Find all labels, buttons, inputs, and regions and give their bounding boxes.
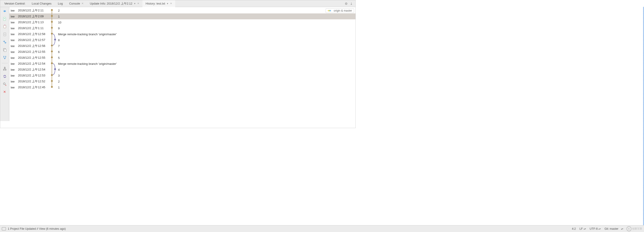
commit-message: 3: [58, 74, 356, 77]
commit-message: 6: [58, 50, 356, 54]
vcs-icon[interactable]: [2, 66, 8, 72]
commit-graph-cell: [50, 31, 58, 37]
tab-console-label: Console: [69, 2, 80, 5]
commit-row[interactable]: lee2018/12/2 上午12:533: [9, 72, 356, 78]
commit-author: lee: [11, 21, 18, 24]
svg-rect-18: [5, 85, 6, 86]
svg-rect-9: [4, 49, 6, 52]
tab-console[interactable]: Console ✕: [66, 0, 87, 7]
svg-point-16: [4, 83, 5, 84]
sync-icon[interactable]: [2, 74, 8, 79]
commit-graph-cell: [50, 8, 58, 14]
commit-author: lee: [11, 26, 18, 30]
commit-graph-cell: [50, 84, 58, 90]
svg-rect-2: [4, 25, 6, 28]
copy-icon[interactable]: [2, 47, 8, 52]
close-icon[interactable]: ✕: [82, 2, 84, 5]
commit-date: 2018/12/2 上午2:09: [18, 14, 50, 18]
vcs-tabbar: Version Control: Local Changes Log Conso…: [0, 0, 356, 7]
chevron-down-icon[interactable]: ▼: [166, 2, 168, 5]
commit-row[interactable]: lee2018/12/2 上午1:1310: [9, 19, 356, 25]
svg-point-11: [5, 56, 6, 57]
commit-graph-cell: [50, 43, 58, 49]
commit-message: 7: [58, 44, 356, 48]
commit-message: 8: [58, 38, 356, 42]
svg-marker-19: [328, 10, 328, 12]
svg-text:+: +: [4, 18, 5, 20]
commit-graph-cell: [50, 19, 58, 25]
history-content: origin & master lee2018/12/2 上午2:112lee2…: [9, 7, 356, 121]
commit-date: 2018/12/2 上午12:52: [18, 80, 50, 84]
branch-badge-label: origin & master: [334, 9, 352, 12]
commit-author: lee: [11, 32, 18, 36]
commit-message: 2: [58, 9, 356, 12]
commit-row[interactable]: lee2018/12/2 上午12:556: [9, 49, 356, 55]
gear-icon[interactable]: ⚙: [345, 2, 348, 6]
commit-author: lee: [11, 74, 18, 77]
tab-update-info-label: Update Info: 2018/12/2 上午2:12: [90, 2, 132, 6]
commit-graph-cell: [50, 61, 58, 67]
commit-date: 2018/12/2 上午12:58: [18, 32, 50, 36]
commit-message: 10: [58, 21, 356, 24]
commit-message: Merge remote-tracking branch 'origin/mas…: [58, 32, 356, 36]
minimize-icon[interactable]: ⤓: [350, 2, 353, 6]
commit-author: lee: [11, 44, 18, 48]
commit-row[interactable]: lee2018/12/2 上午1:119: [9, 25, 356, 31]
svg-point-13: [4, 67, 5, 68]
branch-badge[interactable]: origin & master: [326, 8, 354, 13]
commit-message: Merge remote-tracking branch 'origin/mas…: [58, 62, 356, 66]
commit-date: 2018/12/2 上午12:54: [18, 68, 50, 72]
commit-message: 1: [58, 15, 356, 18]
commit-row[interactable]: lee2018/12/2 上午2:091: [9, 14, 356, 19]
tab-local-changes[interactable]: Local Changes: [29, 0, 55, 7]
commit-author: lee: [11, 9, 18, 12]
commit-date: 2018/12/2 上午12:45: [18, 85, 50, 90]
close-icon[interactable]: ✕: [137, 2, 139, 5]
commit-author: lee: [11, 56, 18, 60]
commit-row[interactable]: lee2018/12/2 上午12:578: [9, 37, 356, 43]
commit-author: lee: [11, 38, 18, 42]
branches-icon: [328, 9, 332, 12]
commit-date: 2018/12/2 上午12:55: [18, 56, 50, 60]
commit-row[interactable]: lee2018/12/2 上午12:451: [9, 84, 356, 90]
chevron-down-icon[interactable]: ▼: [134, 2, 136, 5]
commit-row[interactable]: lee2018/12/2 上午12:54Merge remote-trackin…: [9, 61, 356, 67]
commit-date: 2018/12/2 上午12:57: [18, 38, 50, 42]
commit-row[interactable]: lee2018/12/2 上午2:112: [9, 8, 356, 14]
refresh-icon[interactable]: [2, 8, 8, 14]
clipboard-icon[interactable]: [2, 24, 8, 29]
document-icon[interactable]: [2, 32, 8, 37]
commit-message: 4: [58, 68, 356, 72]
commit-row[interactable]: lee2018/12/2 上午12:567: [9, 43, 356, 49]
close-icon[interactable]: ✕: [170, 2, 172, 5]
tab-log[interactable]: Log: [54, 0, 66, 7]
commit-row[interactable]: lee2018/12/2 上午12:555: [9, 55, 356, 61]
delete-icon[interactable]: ✕: [2, 89, 8, 94]
commit-graph-cell: [50, 67, 58, 72]
commit-graph-cell: [50, 14, 58, 19]
tab-history-label: History: test.txt: [146, 2, 165, 5]
commit-row[interactable]: lee2018/12/2 上午12:522: [9, 78, 356, 84]
commit-message: 2: [58, 80, 356, 83]
tab-update-info[interactable]: Update Info: 2018/12/2 上午2:12 ▼ ✕: [87, 0, 142, 7]
commit-row[interactable]: lee2018/12/2 上午12:58Merge remote-trackin…: [9, 31, 356, 37]
commit-author: lee: [11, 15, 18, 18]
branch-graph-icon[interactable]: [2, 55, 8, 60]
search-commit-icon[interactable]: [2, 82, 8, 87]
svg-point-15: [5, 69, 6, 70]
svg-point-10: [4, 56, 4, 57]
svg-marker-20: [329, 10, 330, 12]
commit-author: lee: [11, 68, 18, 72]
tab-history[interactable]: History: test.txt ▼ ✕: [142, 0, 175, 7]
svg-point-14: [3, 69, 4, 70]
diff-settings-icon[interactable]: [2, 39, 8, 45]
commit-author: lee: [11, 80, 18, 83]
vcs-label: Version Control:: [1, 0, 29, 7]
toolbar-separator: [2, 63, 8, 63]
commit-row[interactable]: lee2018/12/2 上午12:544: [9, 67, 356, 72]
commit-graph-cell: [50, 25, 58, 31]
commit-message: 9: [58, 26, 356, 30]
commit-date: 2018/12/2 上午2:11: [18, 8, 50, 12]
add-file-icon[interactable]: +: [2, 16, 8, 22]
commit-list: lee2018/12/2 上午2:112lee2018/12/2 上午2:091…: [9, 7, 356, 90]
